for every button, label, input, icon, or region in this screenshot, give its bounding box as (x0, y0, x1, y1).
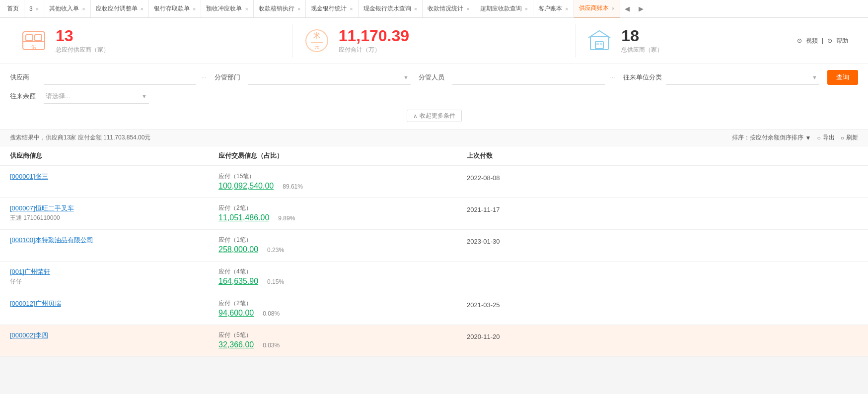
trans-amount-2[interactable]: 258,000.00 (218, 245, 258, 254)
trans-percent-5: 0.03% (263, 342, 280, 349)
sort-control[interactable]: 排序：按应付余额倒序排序 ▼ (732, 133, 811, 142)
supplier-link-0[interactable]: [000001]张三 (10, 172, 218, 181)
supplier-link-4[interactable]: [000012]广州贝瑞 (10, 299, 218, 308)
video-link[interactable]: 视频 (806, 37, 818, 45)
summary-text-total: 18 总供应商（家） (621, 28, 663, 54)
unit-class-filter-select[interactable]: ▼ (666, 70, 820, 85)
summary-card-total: 18 总供应商（家） ⊙ 视频 | ⊙ 帮助 (576, 24, 858, 58)
dept-select-arrow: ▼ (403, 74, 409, 80)
filter-unit-class: 往来单位分类 ▼ (623, 70, 820, 85)
trans-label-4: 应付（2笔） (218, 299, 467, 308)
nav-tab-3-close[interactable]: × (36, 6, 39, 12)
nav-tab-receipt-verify-label: 收款核销执行 (259, 4, 294, 13)
trans-row-2: 258,000.00 0.23% (218, 244, 467, 255)
nav-tab-ar-ap-adjust[interactable]: 应收应付调整单 × (91, 0, 149, 18)
cell-supplier-4: [000012]广州贝瑞 (10, 299, 218, 308)
nav-tab-other-income[interactable]: 其他收入单 × (44, 0, 90, 18)
store-icon (585, 27, 613, 55)
nav-tab-cash-bank-stat-close[interactable]: × (350, 6, 353, 12)
sort-label: 排序：按应付余额倒序排序 (732, 133, 803, 142)
data-table: 供应商信息 应付交易信息（占比） 上次付数 [000001]张三 应付（15笔）… (0, 146, 868, 357)
supplier-icon: 供 (20, 27, 48, 55)
nav-tab-cash-bank-stat[interactable]: 现金银行统计 × (306, 0, 358, 18)
summary-num-amount: 11,170.39 (339, 28, 409, 44)
supplier-link-5[interactable]: [000002]李四 (10, 331, 218, 340)
results-summary-text: 搜索结果中，供应商13家 应付金额 111,703,854.00元 (10, 133, 150, 142)
summary-card-suppliers: 供 13 总应付供应商（家） (10, 24, 293, 58)
refresh-button[interactable]: ○ 刷新 (841, 133, 858, 142)
supplier-link-3[interactable]: [001]广州荣轩 (10, 267, 218, 276)
trans-row-3: 164,635.90 0.15% (218, 276, 467, 287)
trans-percent-3: 0.15% (267, 278, 284, 285)
nav-tab-cash-bank-stat-label: 现金银行统计 (311, 4, 347, 13)
supplier-sub-1: 王通 17106110000 (10, 214, 218, 222)
svg-rect-2 (35, 35, 42, 41)
nav-tab-supplier-ledger-close[interactable]: × (612, 5, 615, 11)
nav-tab-receipt-verify-close[interactable]: × (297, 6, 300, 12)
last-pay-date-1: 2021-11-17 (467, 206, 500, 213)
balance-filter-label: 往来余额 (10, 92, 40, 101)
nav-scroll-left[interactable]: ◀ (620, 0, 634, 18)
th-last-pay: 上次付数 (467, 151, 858, 160)
nav-tab-ar-ap-adjust-close[interactable]: × (141, 6, 144, 12)
cell-last-pay-1: 2021-11-17 (467, 204, 858, 213)
trans-amount-3[interactable]: 164,635.90 (218, 277, 258, 286)
filter-person: 分管人员 ··· (419, 70, 615, 85)
table-row: [000002]李四 应付（5笔） 32,366.00 0.03% 2020-1… (0, 325, 868, 357)
supplier-filter-input[interactable] (44, 70, 196, 85)
supplier-input-dots: ··· (201, 74, 206, 81)
nav-tab-overdue-ar[interactable]: 超期应收款查询 × (475, 0, 533, 18)
person-filter-input[interactable] (452, 70, 605, 85)
nav-tab-cash-bank-flow-close[interactable]: × (414, 6, 417, 12)
trans-amount-4[interactable]: 94,600.00 (218, 309, 254, 318)
refresh-icon: ○ (841, 134, 844, 141)
table-row: [000001]张三 应付（15笔） 100,092,540.00 89.61%… (0, 166, 868, 198)
nav-tab-customer-ledger-close[interactable]: × (565, 6, 568, 12)
nav-tab-customer-ledger[interactable]: 客户账本 × (533, 0, 574, 18)
export-button[interactable]: ○ 导出 (817, 133, 835, 142)
collapse-button[interactable]: ∧ 收起更多条件 (407, 110, 462, 122)
nav-tab-home[interactable]: 首页 (2, 0, 24, 18)
nav-tab-prepay-ar-close[interactable]: × (245, 6, 248, 12)
summary-label-total: 总供应商（家） (621, 46, 663, 54)
table-row: [000007]恒旺二手叉车 王通 17106110000 应付（2笔） 11,… (0, 198, 868, 230)
nav-tab-supplier-ledger[interactable]: 供应商账本 × (574, 0, 620, 18)
svg-text:供: 供 (31, 44, 36, 50)
nav-scroll-right[interactable]: ▶ (634, 0, 648, 18)
help-link[interactable]: 帮助 (836, 37, 848, 45)
trans-label-3: 应付（4笔） (218, 267, 467, 276)
nav-tab-receipt-verify[interactable]: 收款核销执行 × (254, 0, 306, 18)
filter-supplier: 供应商 ··· (10, 70, 207, 85)
trans-amount-5[interactable]: 32,366.00 (218, 340, 254, 349)
nav-tab-receipt-stat[interactable]: 收款情况统计 × (423, 0, 475, 18)
summary-num-total: 18 (621, 28, 663, 44)
supplier-link-1[interactable]: [000007]恒旺二手叉车 (10, 204, 218, 213)
trans-amount-0[interactable]: 100,092,540.00 (218, 182, 274, 191)
nav-tab-receipt-stat-close[interactable]: × (466, 6, 469, 12)
export-label: 导出 (823, 133, 835, 142)
nav-tab-cash-bank-flow[interactable]: 现金银行流水查询 × (359, 0, 423, 18)
trans-label-1: 应付（2笔） (218, 204, 467, 212)
trans-amount-1[interactable]: 11,051,486.00 (218, 213, 269, 222)
supplier-sub-3: 仔仔 (10, 277, 218, 286)
nav-tab-ar-ap-adjust-label: 应收应付调整单 (96, 4, 138, 13)
filter-row-1: 供应商 ··· 分管部门 ▼ 分管人员 ··· 往来单位分类 ▼ 查询 (10, 70, 858, 85)
table-row: [000012]广州贝瑞 应付（2笔） 94,600.00 0.08% 2021… (0, 293, 868, 325)
nav-tab-bank-deposit[interactable]: 银行存取款单 × (149, 0, 201, 18)
nav-tab-prepay-ar-label: 预收冲应收单 (206, 4, 242, 13)
summary-text-amount: 11,170.39 应付合计（万） (339, 28, 409, 54)
trans-percent-2: 0.23% (267, 247, 284, 254)
nav-tab-3[interactable]: 3 × (24, 0, 44, 18)
nav-tab-other-income-close[interactable]: × (82, 6, 85, 12)
query-button[interactable]: 查询 (827, 70, 858, 85)
filter-row-2: 往来余额 请选择... ▼ (10, 89, 858, 104)
summary-num-suppliers: 13 (56, 28, 109, 44)
table-row: [000100]本特勤油品有限公司 应付（1笔） 258,000.00 0.23… (0, 230, 868, 262)
nav-tab-overdue-ar-close[interactable]: × (525, 6, 528, 12)
dept-filter-select[interactable]: ▼ (248, 70, 411, 85)
summary-card-amount: 米 元 11,170.39 应付合计（万） (293, 24, 576, 58)
balance-filter-select[interactable]: 请选择... ▼ (44, 89, 149, 104)
nav-tab-prepay-ar[interactable]: 预收冲应收单 × (201, 0, 253, 18)
nav-tab-bank-deposit-close[interactable]: × (193, 6, 196, 12)
supplier-link-2[interactable]: [000100]本特勤油品有限公司 (10, 236, 218, 245)
